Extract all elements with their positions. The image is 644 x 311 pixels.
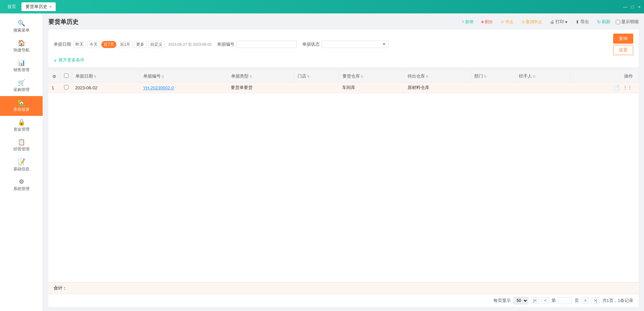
inventory-icon: 🏡 [18,99,25,105]
td-docno[interactable]: YH-20230602-0 [140,82,227,93]
status-select[interactable] [322,41,389,48]
sidebar-item-search-menu[interactable]: 🔍 搜索菜单 [0,17,43,37]
page-label: 页 [575,298,579,304]
prev-page-btn[interactable]: < [542,297,549,304]
print-button[interactable]: 🖨 打印 ▾ [547,17,570,26]
th-handler[interactable]: 经手人⇅ [516,71,571,82]
sidebar-item-finance-label: 资金管理 [13,127,30,132]
docno-input[interactable] [236,41,297,48]
sidebar-item-sales[interactable]: 📊 销售管理 [0,56,43,76]
refresh-icon: ↻ [597,19,601,25]
recent7-btn[interactable]: 近7天 [101,41,116,48]
th-settings[interactable]: ⚙ [48,71,60,82]
th-doctype[interactable]: 单据类型⇅ [227,71,294,82]
date-range-text: 2023-05-27 至 2023-06-02 [168,42,212,47]
settings-button[interactable]: 设置 [613,45,633,55]
show-detail-label: 显示明细 [621,19,639,25]
close-btn[interactable]: × [638,4,641,9]
sort-reqwarehouse-icon: ⇅ [361,75,363,78]
tab-active[interactable]: 要货单历史 × [21,2,56,11]
th-date[interactable]: 单据日期⇅ [72,71,140,82]
sidebar-item-quick-nav[interactable]: 🏠 快捷导航 [0,37,43,56]
tab-bar: 首页 要货单历史 × [3,2,623,11]
maximize-btn[interactable]: □ [632,4,634,9]
table-row: 1 2023-06-02 YH-20230602-0 要货单要货 车间库 原材料… [48,82,639,93]
tab-home[interactable]: 首页 [3,2,20,11]
sort-docno-icon: ⇅ [161,75,164,78]
operation-icon: 📋 [18,139,25,145]
sort-store-icon: ⇅ [307,75,310,78]
th-pendingwarehouse[interactable]: 待出仓库⇅ [404,71,471,82]
th-docno[interactable]: 单据编号⇅ [140,71,227,82]
sort-dept-icon: ⇅ [484,75,486,78]
expand-more[interactable]: ∨ 展开更多条件 [54,57,633,63]
th-reqwarehouse[interactable]: 要货仓库⇅ [339,71,404,82]
row-edit-btn[interactable]: 📄 [613,85,621,91]
export-icon: ⬆ [576,19,579,25]
show-detail-checkbox-label[interactable]: 显示明细 [616,19,639,25]
sidebar-item-basic[interactable]: 📝 基础信息 [0,156,43,175]
select-all-checkbox[interactable] [64,74,68,78]
chevron-down-icon: ∨ [54,58,57,63]
minimize-btn[interactable]: — [623,4,628,9]
th-store-label: 门店 [298,74,306,79]
th-reqwarehouse-label: 要货仓库 [342,74,360,79]
new-button[interactable]: + 新增 [459,18,476,26]
sidebar-item-operation[interactable]: 📋 经营管理 [0,136,43,156]
last-page-btn[interactable]: >| [591,297,599,304]
sidebar-item-finance[interactable]: 🔒 资金管理 [0,116,43,136]
td-checkbox[interactable] [60,82,72,93]
recent1m-btn[interactable]: 近1月 [118,41,133,48]
sidebar-item-system[interactable]: ⚙ 系统管理 [0,175,43,195]
th-store[interactable]: 门店⇅ [294,71,339,82]
basic-icon: 📝 [18,159,25,165]
th-dept[interactable]: 部门⇅ [471,71,516,82]
suspend-button[interactable]: ⊙ 中止 [498,18,516,26]
yesterday-btn[interactable]: 昨天 [73,41,86,48]
per-page-label: 每页显示 [493,298,511,304]
filter-bar: 单据日期 昨天 今天 近7天 近1月 更多 自定义 2023-05-27 至 2… [48,30,639,67]
td-handler [516,82,571,93]
td-idx: 1 [48,82,60,93]
custom-btn[interactable]: 自定义 [148,41,165,48]
sidebar-item-operation-label: 经营管理 [13,146,30,152]
tab-close-icon[interactable]: × [49,5,52,9]
next-page-btn[interactable]: > [582,297,589,304]
row-more-btn[interactable]: ⋮⋮ [622,85,633,91]
table-container: ⚙ 单据日期⇅ 单据编号⇅ 单据类型⇅ 门店⇅ 要货仓库⇅ 待出仓库⇅ 部门⇅ … [48,71,639,282]
per-page-select[interactable]: 50 [514,297,528,304]
tab-active-label: 要货单历史 [25,4,47,10]
print-label: 打印 [555,19,564,25]
sidebar: 🔍 搜索菜单 🏠 快捷导航 📊 销售管理 🛒 采购管理 🏡 库存核算 🔒 资金管… [0,13,43,311]
date-shortcuts: 昨天 今天 近7天 近1月 更多 自定义 [73,41,165,48]
date-filter-item: 单据日期 昨天 今天 近7天 近1月 更多 自定义 2023-05-27 至 2… [54,41,212,48]
print-icon: 🖨 [550,19,554,25]
td-dept [471,82,516,93]
row-checkbox[interactable] [64,85,68,89]
search-menu-icon: 🔍 [18,20,25,26]
sidebar-item-inventory[interactable]: 🏡 库存核算 [0,96,43,116]
sidebar-item-purchase[interactable]: 🛒 采购管理 [0,76,43,96]
filter-row: 单据日期 昨天 今天 近7天 近1月 更多 自定义 2023-05-27 至 2… [54,34,633,55]
show-detail-checkbox[interactable] [616,20,620,24]
page-title: 要货单历史 [48,18,78,26]
refresh-button[interactable]: ↻ 刷新 [594,17,613,26]
docno-filter-label: 单据编号 [217,41,234,47]
th-doctype-label: 单据类型 [231,74,249,79]
page-input[interactable]: 1 [558,297,572,304]
cancel-suspend-button[interactable]: ⊙ 取消中止 [519,18,545,26]
sidebar-item-purchase-label: 采购管理 [13,87,30,93]
delete-button[interactable]: ■ 删除 [479,18,496,26]
export-button[interactable]: ⬆ 导出 [573,17,592,26]
more-btn[interactable]: 更多 [134,41,147,48]
filter-actions: 查询 设置 [613,34,633,55]
first-page-btn[interactable]: |< [531,297,539,304]
main-layout: 🔍 搜索菜单 🏠 快捷导航 📊 销售管理 🛒 采购管理 🏡 库存核算 🔒 资金管… [0,13,644,311]
th-checkbox[interactable] [60,71,72,82]
pagination-bar: 每页显示 50 |< < 第 1 页 > >| 共1页，1条记录 [48,294,639,307]
query-button[interactable]: 查询 [613,34,633,44]
today-btn[interactable]: 今天 [87,41,100,48]
sales-icon: 📊 [18,60,25,66]
table-body: 1 2023-06-02 YH-20230602-0 要货单要货 车间库 原材料… [48,82,639,93]
window-controls: — □ × [623,4,641,9]
